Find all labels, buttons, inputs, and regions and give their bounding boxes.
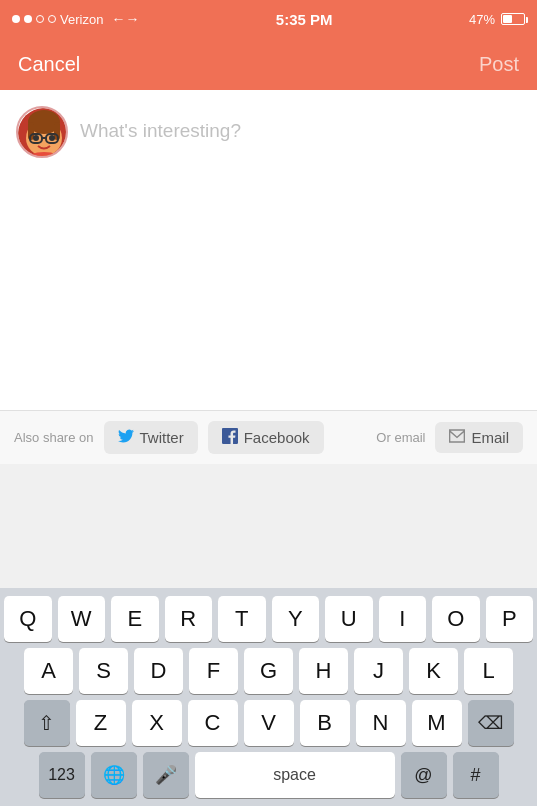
key-c[interactable]: C — [188, 700, 238, 746]
post-button[interactable]: Post — [479, 53, 519, 76]
key-y[interactable]: Y — [272, 596, 320, 642]
status-bar: Verizon ←→ 5:35 PM 47% — [0, 0, 537, 38]
facebook-button[interactable]: Facebook — [208, 421, 324, 454]
keyboard-row1: Q W E R T Y U I O P — [0, 588, 537, 642]
key-q[interactable]: Q — [4, 596, 52, 642]
key-e[interactable]: E — [111, 596, 159, 642]
delete-key[interactable]: ⌫ — [468, 700, 514, 746]
cancel-button[interactable]: Cancel — [18, 53, 80, 76]
key-w[interactable]: W — [58, 596, 106, 642]
key-h[interactable]: H — [299, 648, 348, 694]
globe-key[interactable]: 🌐 — [91, 752, 137, 798]
key-t[interactable]: T — [218, 596, 266, 642]
status-left: Verizon ←→ — [12, 11, 139, 27]
carrier-label: Verizon — [60, 12, 103, 27]
email-icon — [449, 429, 465, 446]
time-label: 5:35 PM — [276, 11, 333, 28]
shift-key[interactable]: ⇧ — [24, 700, 70, 746]
keyboard-row3: ⇧ Z X C V B N M ⌫ — [0, 694, 537, 746]
key-s[interactable]: S — [79, 648, 128, 694]
key-u[interactable]: U — [325, 596, 373, 642]
compose-area: What's interesting? — [0, 90, 537, 290]
signal-dot3 — [36, 15, 44, 23]
email-label: Email — [471, 429, 509, 446]
svg-point-8 — [33, 135, 39, 141]
signal-dot1 — [12, 15, 20, 23]
battery-pct-label: 47% — [469, 12, 495, 27]
avatar-image — [18, 108, 68, 158]
avatar — [16, 106, 68, 158]
hash-key[interactable]: # — [453, 752, 499, 798]
key-a[interactable]: A — [24, 648, 73, 694]
or-email-label: Or email — [376, 430, 425, 445]
key-l[interactable]: L — [464, 648, 513, 694]
signal-dot4 — [48, 15, 56, 23]
key-d[interactable]: D — [134, 648, 183, 694]
wifi-icon: ←→ — [111, 11, 139, 27]
mic-key[interactable]: 🎤 — [143, 752, 189, 798]
twitter-button[interactable]: Twitter — [104, 421, 198, 454]
signal-dot2 — [24, 15, 32, 23]
facebook-label: Facebook — [244, 429, 310, 446]
key-r[interactable]: R — [165, 596, 213, 642]
space-key[interactable]: space — [195, 752, 395, 798]
key-x[interactable]: X — [132, 700, 182, 746]
keyboard: Q W E R T Y U I O P A S D F G H J K L ⇧ … — [0, 588, 537, 806]
facebook-icon — [222, 428, 238, 447]
also-share-label: Also share on — [14, 430, 94, 445]
key-b[interactable]: B — [300, 700, 350, 746]
share-section: Also share on Twitter Facebook Or email … — [0, 410, 537, 464]
svg-point-9 — [49, 135, 55, 141]
key-o[interactable]: O — [432, 596, 480, 642]
nav-bar: Cancel Post — [0, 38, 537, 90]
key-n[interactable]: N — [356, 700, 406, 746]
key-z[interactable]: Z — [76, 700, 126, 746]
key-f[interactable]: F — [189, 648, 238, 694]
compose-placeholder[interactable]: What's interesting? — [80, 106, 241, 142]
key-j[interactable]: J — [354, 648, 403, 694]
at-key[interactable]: @ — [401, 752, 447, 798]
battery-fill — [503, 15, 512, 23]
compose-spacer — [0, 290, 537, 410]
key-p[interactable]: P — [486, 596, 534, 642]
keyboard-row4: 123 🌐 🎤 space @ # — [0, 746, 537, 806]
twitter-icon — [118, 428, 134, 447]
key-m[interactable]: M — [412, 700, 462, 746]
battery-icon — [501, 13, 525, 25]
key-k[interactable]: K — [409, 648, 458, 694]
status-right: 47% — [469, 12, 525, 27]
key-v[interactable]: V — [244, 700, 294, 746]
twitter-label: Twitter — [140, 429, 184, 446]
key-i[interactable]: I — [379, 596, 427, 642]
key-g[interactable]: G — [244, 648, 293, 694]
email-button[interactable]: Email — [435, 422, 523, 453]
num-key[interactable]: 123 — [39, 752, 85, 798]
keyboard-row2: A S D F G H J K L — [0, 642, 537, 694]
